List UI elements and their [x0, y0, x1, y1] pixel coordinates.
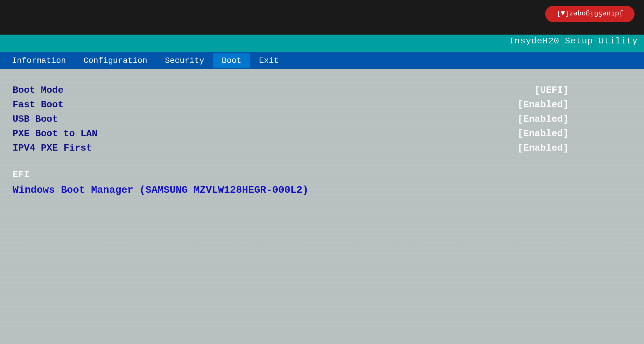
- setting-label-usb-boot: USB Boot: [13, 114, 138, 125]
- nav-item-security[interactable]: Security: [156, 53, 213, 68]
- setting-value-ipv4: [Enabled]: [518, 143, 631, 153]
- nav-item-configuration[interactable]: Configuration: [75, 53, 156, 68]
- setting-row-usb-boot[interactable]: USB Boot [Enabled]: [13, 114, 631, 125]
- setting-label-ipv4: IPV4 PXE First: [13, 143, 138, 153]
- efi-section: EFI Windows Boot Manager (SAMSUNG MZVLW1…: [13, 169, 631, 196]
- setting-label-fast-boot: Fast Boot: [13, 99, 138, 110]
- main-content: Boot Mode [UEFI] Fast Boot [Enabled] USB…: [0, 69, 644, 344]
- efi-device[interactable]: Windows Boot Manager (SAMSUNG MZVLW128HE…: [13, 184, 631, 196]
- setting-row-ipv4[interactable]: IPV4 PXE First [Enabled]: [13, 143, 631, 153]
- watermark-badge: jdtueSбigoqez[▲]: [545, 6, 635, 22]
- nav-item-information[interactable]: Information: [3, 53, 75, 68]
- setting-value-fast-boot: [Enabled]: [518, 99, 631, 110]
- setting-label-pxe-boot: PXE Boot to LAN: [13, 128, 138, 139]
- nav-bar: Information Configuration Security Boot …: [0, 52, 644, 69]
- bios-title: InsydeH20 Setup Utility: [509, 36, 638, 46]
- nav-item-boot[interactable]: Boot: [213, 53, 250, 68]
- setting-row-fast-boot[interactable]: Fast Boot [Enabled]: [13, 99, 631, 110]
- nav-item-exit[interactable]: Exit: [250, 53, 287, 68]
- setting-value-pxe-boot: [Enabled]: [518, 128, 631, 139]
- setting-row-pxe-boot[interactable]: PXE Boot to LAN [Enabled]: [13, 128, 631, 139]
- settings-section: Boot Mode [UEFI] Fast Boot [Enabled] USB…: [13, 85, 631, 153]
- setting-label-boot-mode: Boot Mode: [13, 85, 138, 96]
- efi-section-label: EFI: [13, 169, 631, 180]
- setting-value-boot-mode: [UEFI]: [535, 85, 631, 96]
- setting-row-boot-mode[interactable]: Boot Mode [UEFI]: [13, 85, 631, 96]
- setting-value-usb-boot: [Enabled]: [518, 114, 631, 125]
